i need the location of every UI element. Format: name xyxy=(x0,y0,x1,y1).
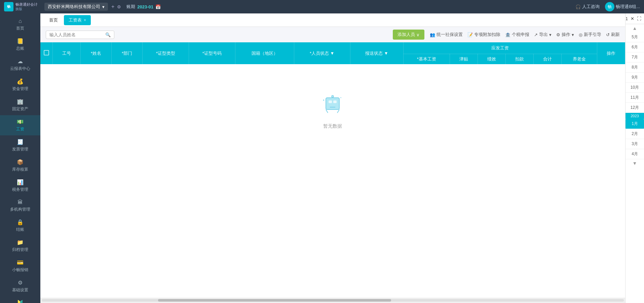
export-btn[interactable]: ↗ 导出 ▾ xyxy=(534,32,552,38)
expense-icon: 💳 xyxy=(17,259,24,266)
logo-text: 畅唐通好会计 旗版 xyxy=(15,2,38,11)
home-icon: ⌂ xyxy=(18,18,22,24)
funds-icon: 💰 xyxy=(17,78,24,85)
app-logo: 畅 畅唐通好会计 旗版 xyxy=(4,2,44,11)
checkbox-column-header[interactable] xyxy=(40,42,53,64)
period-panel-title: 2023.01 xyxy=(625,16,628,21)
period-month-3[interactable]: 3月 xyxy=(626,139,644,149)
select-all-checkbox[interactable] xyxy=(44,50,49,55)
add-person-button[interactable]: 添加人员 ∨ xyxy=(393,30,424,40)
expand-panel-btn[interactable]: ⛶ xyxy=(637,16,641,21)
sidebar-item-close-accounts[interactable]: 🔒 结账 xyxy=(0,216,40,236)
operations-btn[interactable]: ⚙ 操作 ▾ xyxy=(556,32,574,38)
sidebar-item-tax[interactable]: 📊 税务管理 xyxy=(0,176,40,196)
header-right: 🎧 人工咨询 畅 畅理通B组... xyxy=(575,2,640,11)
close-panel-btn[interactable]: ✕ xyxy=(631,16,634,21)
calendar-icon[interactable]: 📅 xyxy=(155,4,161,9)
svg-rect-0 xyxy=(326,98,339,110)
period-month-8[interactable]: 8月 xyxy=(626,62,644,73)
settings-icon[interactable]: ⚙ xyxy=(117,4,121,9)
user-menu[interactable]: 畅 畅理通B组... xyxy=(605,2,640,11)
tab-close-icon[interactable]: × xyxy=(84,18,86,23)
refresh-btn[interactable]: ↺ 刷新 xyxy=(606,32,620,38)
guide-btn[interactable]: ◎ 新手引导 xyxy=(579,32,601,38)
sidebar-item-settings[interactable]: ⚙ 基础设置 xyxy=(0,276,40,296)
sidebar-item-multi[interactable]: 🏛 多机构管理 xyxy=(0,196,40,216)
sidebar-item-salary[interactable]: 💵 工资 xyxy=(0,115,40,135)
salary-table: 工号 *姓名 *部门 *证型类型 *证型号码 国籍（地区） *人员状态 ▼ 报送… xyxy=(40,42,625,156)
svg-line-7 xyxy=(337,110,339,113)
svg-point-5 xyxy=(332,95,334,97)
empty-text: 暂无数据 xyxy=(323,123,342,129)
sidebar-item-assets[interactable]: 🏢 固定资产 xyxy=(0,95,40,115)
period-month-2[interactable]: 2月 xyxy=(626,129,644,139)
chevron-down-icon: ▾ xyxy=(572,32,574,37)
empty-icon: ✦ ✦ xyxy=(319,91,346,118)
page-toolbar: 🔍 添加人员 ∨ 👥 统一社保设置 📝 专项附加扣除 🏦 个税申报 xyxy=(40,27,625,42)
sidebar: ⌂ 首页 📒 总账 ☁ 云报表中心 💰 资金管理 🏢 固定资产 💵 工资 🧾 发… xyxy=(0,13,40,303)
inventory-icon: 📦 xyxy=(17,159,24,165)
chevron-down-icon: ▾ xyxy=(102,4,105,9)
col-deduction: 扣款 xyxy=(505,54,533,64)
archive-icon: 📁 xyxy=(17,239,24,246)
sidebar-item-guide[interactable]: 🔰 新手引导 xyxy=(0,296,40,303)
customer-service-btn[interactable]: 🎧 人工咨询 xyxy=(575,4,600,10)
col-nationality: 国籍（地区） xyxy=(235,42,294,64)
period-month-4[interactable]: 4月 xyxy=(626,149,644,159)
sidebar-item-cloud[interactable]: ☁ 云报表中心 xyxy=(0,55,40,75)
sidebar-item-expense[interactable]: 💳 小畅报销 xyxy=(0,256,40,276)
multi-icon: 🏛 xyxy=(17,199,23,205)
svg-line-6 xyxy=(326,110,328,113)
svg-rect-2 xyxy=(333,100,337,103)
sidebar-item-home[interactable]: ⌂ 首页 xyxy=(0,15,40,35)
filter-icon[interactable]: ▼ xyxy=(330,51,335,56)
period-month-6[interactable]: 6月 xyxy=(626,42,644,52)
sidebar-item-inventory[interactable]: 📦 库存核算 xyxy=(0,156,40,176)
col-base-salary: *基本工资 xyxy=(403,54,450,64)
period-year-badge[interactable]: 2023 xyxy=(626,113,644,119)
col-number: 工号 xyxy=(53,42,81,64)
personal-tax-btn[interactable]: 🏦 个税申报 xyxy=(505,32,529,38)
personal-tax-icon: 🏦 xyxy=(505,32,510,37)
main-layout: ⌂ 首页 📒 总账 ☁ 云报表中心 💰 资金管理 🏢 固定资产 💵 工资 🧾 发… xyxy=(0,13,644,303)
special-deduct-btn[interactable]: 📝 专项附加扣除 xyxy=(467,32,500,38)
period-month-9[interactable]: 9月 xyxy=(626,73,644,83)
logo-icon: 畅 xyxy=(4,2,13,11)
sidebar-item-ledger[interactable]: 📒 总账 xyxy=(0,35,40,55)
col-report-status: 报送状态 ▼ xyxy=(350,42,403,64)
guide-icon: 🔰 xyxy=(17,300,24,303)
social-security-btn[interactable]: 👥 统一社保设置 xyxy=(430,32,463,38)
special-deduct-icon: 📝 xyxy=(467,32,473,37)
period-month-7[interactable]: 7月 xyxy=(626,52,644,62)
search-input[interactable] xyxy=(49,32,103,37)
period-info: 账期 2023-01 📅 xyxy=(126,4,161,10)
refresh-icon: ↺ xyxy=(606,32,610,37)
sidebar-item-archive[interactable]: 📁 归档管理 xyxy=(0,236,40,256)
period-month-12[interactable]: 12月 xyxy=(626,103,644,113)
period-month-11[interactable]: 11月 xyxy=(626,93,644,103)
sidebar-item-invoice[interactable]: 🧾 发票管理 xyxy=(0,135,40,156)
top-header: 畅 畅唐通好会计 旗版 西安虾米网络科技有限公司 ▾ + ⚙ 账期 2023-0… xyxy=(0,0,644,13)
user-avatar: 畅 xyxy=(605,2,614,11)
filter-icon2[interactable]: ▼ xyxy=(384,51,388,56)
scroll-track xyxy=(42,299,624,302)
svg-text:✦: ✦ xyxy=(340,97,342,99)
search-wrap: 🔍 xyxy=(46,31,114,39)
add-company-btn[interactable]: + xyxy=(111,4,114,10)
tab-bar: 首页 工资表 × xyxy=(40,13,625,27)
sidebar-item-funds[interactable]: 💰 资金管理 xyxy=(0,75,40,95)
table-wrap: 工号 *姓名 *部门 *证型类型 *证型号码 国籍（地区） *人员状态 ▼ 报送… xyxy=(40,42,625,298)
period-month-1[interactable]: 1月 xyxy=(626,119,644,129)
period-month-5[interactable]: 5月 xyxy=(626,32,644,42)
period-up-btn[interactable]: ▲ xyxy=(626,24,644,32)
company-selector[interactable]: 西安虾米网络科技有限公司 ▾ xyxy=(44,3,108,11)
col-performance: 绩效 xyxy=(478,54,505,64)
tab-salary-table[interactable]: 工资表 × xyxy=(64,15,91,25)
period-month-10[interactable]: 10月 xyxy=(626,83,644,93)
table-scrollbar[interactable] xyxy=(40,298,625,303)
period-value: 2023-01 xyxy=(137,4,153,9)
col-pension: 养老金 xyxy=(561,54,597,64)
period-down-btn[interactable]: ▼ xyxy=(626,159,644,167)
col-dept: *部门 xyxy=(112,42,143,64)
tab-home[interactable]: 首页 xyxy=(44,15,63,25)
